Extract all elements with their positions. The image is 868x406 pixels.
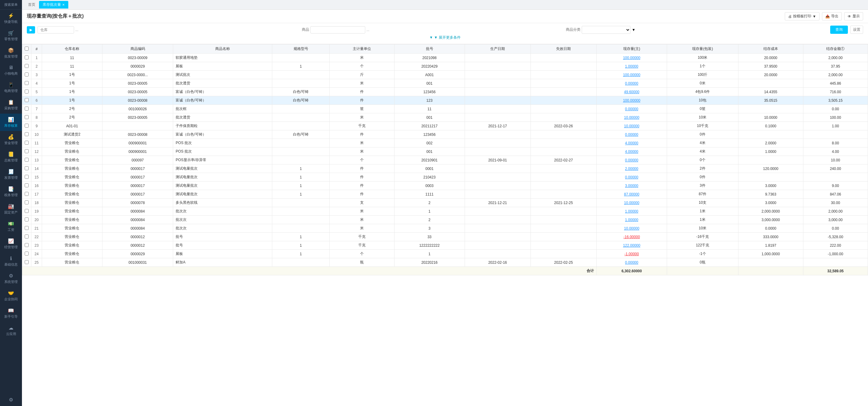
sidebar-search[interactable]: 搜索菜单 bbox=[0, 0, 22, 10]
guide-icon: 📖 bbox=[8, 308, 14, 313]
row-checkbox[interactable] bbox=[22, 181, 31, 190]
row-spec bbox=[272, 105, 329, 113]
filter-expand-more[interactable]: ▼ ▼ 展开更多条件 bbox=[27, 34, 863, 41]
filter-expand-arrow[interactable]: ▶ bbox=[27, 26, 35, 34]
row-checkbox[interactable] bbox=[22, 224, 31, 233]
row-checkbox[interactable] bbox=[22, 88, 31, 96]
row-checkbox[interactable] bbox=[22, 113, 31, 122]
row-amount: 30.00 bbox=[803, 199, 868, 207]
sidebar-item-management[interactable]: 📈 经营管理 bbox=[0, 235, 22, 252]
sidebar-item-quick-nav[interactable]: ⚡ 快捷导航 bbox=[0, 10, 22, 27]
row-checkbox[interactable] bbox=[22, 122, 31, 130]
row-qty-main[interactable]: 100.00000 bbox=[596, 71, 667, 79]
row-qty-main[interactable]: 0.00000 bbox=[596, 79, 667, 88]
row-checkbox[interactable] bbox=[22, 173, 31, 181]
sidebar-item-system[interactable]: ⚙ 系统管理 bbox=[0, 270, 22, 287]
row-qty-main[interactable]: 10.00000 bbox=[596, 199, 667, 207]
sidebar-item-finance[interactable]: 💰 资金管理 bbox=[0, 131, 22, 148]
sidebar-item-invoice[interactable]: 🧾 发票管理 bbox=[0, 166, 22, 183]
toggle-button[interactable]: 👁 显示 bbox=[844, 12, 863, 21]
row-checkbox[interactable] bbox=[22, 250, 31, 258]
sidebar-item-wholesale[interactable]: 📦 批发管理 bbox=[0, 44, 22, 62]
row-checkbox[interactable] bbox=[22, 71, 31, 79]
cloud-icon: ☁ bbox=[8, 325, 13, 331]
row-checkbox[interactable] bbox=[22, 62, 31, 71]
row-checkbox[interactable] bbox=[22, 139, 31, 147]
row-checkbox[interactable] bbox=[22, 130, 31, 139]
row-checkbox[interactable] bbox=[22, 79, 31, 88]
assets-icon: 🏭 bbox=[8, 203, 14, 209]
tab-home[interactable]: 首页 bbox=[24, 1, 39, 8]
header-checkbox[interactable] bbox=[22, 44, 31, 54]
row-checkbox[interactable] bbox=[22, 156, 31, 165]
sidebar-item-ledger[interactable]: 📒 总账管理 bbox=[0, 148, 22, 166]
product-input[interactable] bbox=[310, 26, 365, 34]
row-code: 000900001 bbox=[102, 139, 173, 147]
sidebar-item-retail[interactable]: 🛒 零售管理 bbox=[0, 27, 22, 44]
row-checkbox[interactable] bbox=[22, 190, 31, 199]
row-qty-main[interactable]: 10.00000 bbox=[596, 122, 667, 130]
row-qty-main[interactable]: 122.00000 bbox=[596, 241, 667, 250]
sidebar-item-purchase[interactable]: 📋 采购管理 bbox=[0, 96, 22, 113]
row-checkbox[interactable] bbox=[22, 258, 31, 267]
row-name: 批次次 bbox=[173, 224, 272, 233]
row-checkbox[interactable] bbox=[22, 147, 31, 156]
search-button[interactable]: 查询 bbox=[830, 26, 848, 34]
row-qty-main[interactable]: 1.00000 bbox=[596, 207, 667, 216]
row-name: 展板 bbox=[173, 250, 272, 258]
row-qty-main[interactable]: -1.00000 bbox=[596, 250, 667, 258]
row-qty-main[interactable]: 10.00000 bbox=[596, 113, 667, 122]
tab-inventory-batch[interactable]: 库存批次量 ✕ bbox=[39, 1, 68, 8]
row-checkbox[interactable] bbox=[22, 96, 31, 105]
row-checkbox[interactable] bbox=[22, 233, 31, 241]
row-qty-main[interactable]: 49.60000 bbox=[596, 88, 667, 96]
row-qty-pkg: 0件 bbox=[667, 173, 738, 181]
row-checkbox[interactable] bbox=[22, 216, 31, 224]
sidebar-item-cloud[interactable]: ☁ 云应用 bbox=[0, 322, 22, 339]
row-spec bbox=[272, 147, 329, 156]
row-checkbox[interactable] bbox=[22, 165, 31, 173]
row-qty-main[interactable]: 0.00000 bbox=[596, 156, 667, 165]
settings-button[interactable]: 设置 bbox=[850, 26, 863, 34]
row-qty-main[interactable]: 1.00000 bbox=[596, 62, 667, 71]
row-warehouse: 11 bbox=[42, 54, 102, 62]
category-select[interactable] bbox=[582, 26, 630, 34]
sidebar-item-guide[interactable]: 📖 新手引导 bbox=[0, 305, 22, 322]
export-button[interactable]: 📤 导出 bbox=[822, 12, 842, 21]
row-checkbox[interactable] bbox=[22, 105, 31, 113]
row-qty-main[interactable]: -16.00000 bbox=[596, 233, 667, 241]
row-qty-main[interactable]: 2.00000 bbox=[596, 165, 667, 173]
select-all-checkbox[interactable] bbox=[25, 46, 29, 50]
sidebar-item-assets[interactable]: 🏭 固定资产 bbox=[0, 200, 22, 218]
row-qty-main[interactable]: 100.00000 bbox=[596, 54, 667, 62]
category-filter-label: 商品分类 bbox=[566, 27, 581, 32]
sidebar-item-base-info[interactable]: ℹ 基础信息 bbox=[0, 252, 22, 270]
row-qty-main[interactable]: 0.00000 bbox=[596, 130, 667, 139]
row-qty-main[interactable]: 100.00000 bbox=[596, 96, 667, 105]
sidebar-gear-button[interactable]: ⚙ bbox=[0, 394, 22, 406]
sidebar-item-collab[interactable]: 🤝 企业协同 bbox=[0, 287, 22, 305]
row-qty-main[interactable]: 1.00000 bbox=[596, 216, 667, 224]
tab-close-icon[interactable]: ✕ bbox=[62, 3, 65, 6]
print-button[interactable]: 🖨 按模板打印 ▼ bbox=[785, 12, 819, 21]
row-exp-date: 2022-02-27 bbox=[530, 156, 596, 165]
sidebar-item-ecom[interactable]: 📱 电商管理 bbox=[0, 79, 22, 96]
row-qty-main[interactable]: 3.00000 bbox=[596, 181, 667, 190]
row-qty-main[interactable]: 0.00000 bbox=[596, 105, 667, 113]
row-checkbox[interactable] bbox=[22, 54, 31, 62]
sidebar-item-small-ecom[interactable]: 🖥 小独电商 bbox=[0, 62, 22, 79]
row-checkbox[interactable] bbox=[22, 241, 31, 250]
row-qty-main[interactable]: 4.00000 bbox=[596, 139, 667, 147]
row-qty-main[interactable]: 0.00000 bbox=[596, 173, 667, 181]
sidebar-item-salary[interactable]: 💵 工资 bbox=[0, 218, 22, 235]
row-qty-main[interactable]: 4.00000 bbox=[596, 147, 667, 156]
warehouse-input[interactable] bbox=[37, 26, 74, 34]
row-qty-main[interactable]: 87.00000 bbox=[596, 190, 667, 199]
row-checkbox[interactable] bbox=[22, 207, 31, 216]
row-qty-main[interactable]: 10.00000 bbox=[596, 224, 667, 233]
row-checkbox[interactable] bbox=[22, 199, 31, 207]
sidebar-item-tax[interactable]: 📑 税务管理 bbox=[0, 183, 22, 200]
row-qty-main[interactable]: 0.00000 bbox=[596, 258, 667, 267]
row-code: 0000084 bbox=[102, 224, 173, 233]
sidebar-item-inventory[interactable]: 📊 库存核算 bbox=[0, 113, 22, 131]
